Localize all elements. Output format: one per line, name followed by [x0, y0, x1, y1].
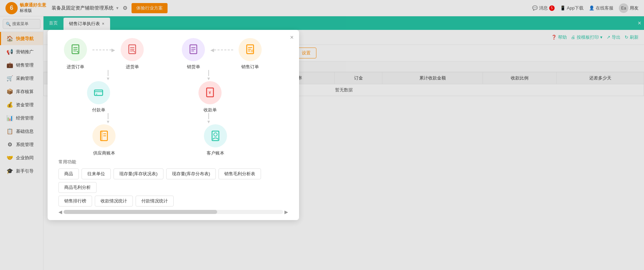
payment-label: 付款单 [92, 107, 105, 113]
scroll-bar[interactable] [64, 210, 283, 214]
svg-text:¥: ¥ [208, 90, 211, 95]
quick-nav-popup: × 进货订单 ▶ [48, 30, 299, 220]
func-btn-product-profit[interactable]: 商品毛利分析 [58, 182, 97, 193]
svg-rect-24 [101, 131, 103, 141]
flow-node-sales-order[interactable]: 销售订单 [239, 38, 262, 70]
flow-row-5: 供应商账本 客户账本 [58, 124, 288, 156]
svg-text:¥: ¥ [95, 93, 98, 96]
flow-node-receipt[interactable]: ¥ 收款单 [198, 81, 222, 113]
supplier-ledger-label: 供应商账本 [93, 150, 115, 156]
sales-order-icon [239, 38, 262, 61]
receipt-label: 收款单 [204, 107, 217, 113]
flow-arrows-down-2: ▼ ▼ [58, 113, 288, 124]
purchase-order-icon [64, 38, 87, 61]
func-btn-counterpart[interactable]: 往来单位 [82, 168, 111, 179]
arrow-h-2: ◀ [210, 47, 233, 53]
sales-icon [182, 38, 205, 61]
common-funcs: 常用功能 商品 往来单位 现存量(库存状况表) 现存量(库存分布表) 销售毛利分… [58, 159, 288, 206]
func-btn-stock-dist[interactable]: 现存量(库存分布表) [166, 168, 216, 179]
sales-order-label: 销售订单 [241, 64, 259, 70]
receipt-icon: ¥ [198, 81, 222, 104]
scroll-area: ◀ ▶ [58, 209, 288, 215]
flow-row-1: 进货订单 ▶ 进货单 [58, 38, 288, 70]
flow-node-supplier-ledger[interactable]: 供应商账本 [92, 124, 116, 156]
purchase-order-label: 进货订单 [67, 64, 84, 70]
supplier-ledger-icon [92, 124, 116, 147]
func-btns-row2: 销售排行榜 收款情况统计 付款情况统计 [58, 196, 288, 206]
customer-ledger-icon [204, 124, 227, 147]
func-btn-payment-stats[interactable]: 付款情况统计 [136, 196, 174, 206]
popup-overlay[interactable]: × 进货订单 ▶ [0, 0, 644, 270]
purchase-label: 进货单 [126, 64, 139, 70]
customer-ledger-label: 客户账本 [207, 150, 224, 156]
arrow-down-purchase: ▼ [97, 70, 120, 81]
flow-row-3: ¥ 付款单 ¥ 收款单 [58, 81, 288, 113]
arrow-h-1: ▶ [92, 47, 115, 53]
svg-point-28 [214, 133, 217, 136]
func-btn-stock-status[interactable]: 现存量(库存状况表) [114, 168, 163, 179]
flow-node-purchase[interactable]: 进货单 [121, 38, 144, 70]
sales-label: 销货单 [187, 64, 200, 70]
scroll-right-icon[interactable]: ▶ [284, 209, 288, 215]
func-btn-sales-profit[interactable]: 销售毛利分析表 [219, 168, 261, 179]
purchase-icon [121, 38, 144, 61]
func-btns-row1: 商品 往来单位 现存量(库存状况表) 现存量(库存分布表) 销售毛利分析表 商品… [58, 168, 288, 193]
payment-icon: ¥ [87, 81, 110, 104]
arrow-down-receipt: ▼ [197, 113, 220, 124]
scroll-left-icon[interactable]: ◀ [58, 209, 62, 215]
common-funcs-title: 常用功能 [58, 159, 288, 165]
svg-rect-17 [251, 50, 254, 52]
arrow-down-sales: ▼ [197, 70, 220, 81]
flow-node-purchase-order[interactable]: 进货订单 [64, 38, 87, 70]
func-btn-product[interactable]: 商品 [58, 168, 79, 179]
func-btn-sales-rank[interactable]: 销售排行榜 [58, 196, 92, 206]
flow-node-payment[interactable]: ¥ 付款单 [87, 81, 110, 113]
arrow-down-payment: ▼ [97, 113, 120, 124]
scroll-bar-thumb [64, 210, 217, 214]
flow-node-customer-ledger[interactable]: 客户账本 [204, 124, 227, 156]
popup-close-icon[interactable]: × [290, 34, 294, 41]
flow-arrows-down: ▼ ▼ [58, 70, 288, 81]
flow-node-sales[interactable]: 销货单 [182, 38, 205, 70]
func-btn-receipt-stats[interactable]: 收款情况统计 [95, 196, 133, 206]
flow-diagram: 进货订单 ▶ 进货单 [58, 38, 288, 156]
svg-line-8 [133, 50, 135, 52]
